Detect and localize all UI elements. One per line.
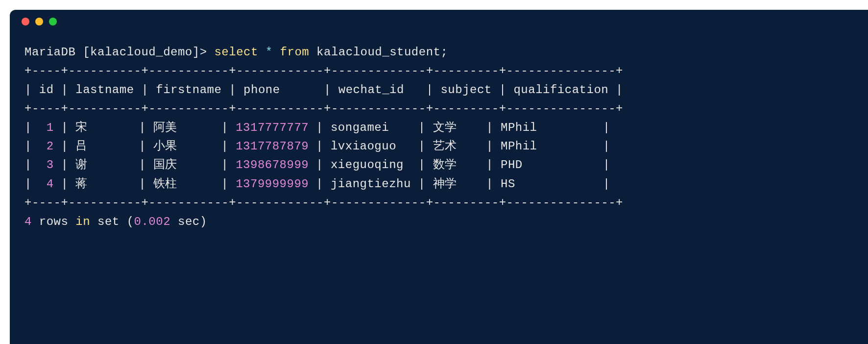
table-border-mid: +----+----------+-----------+-----------… (24, 102, 623, 115)
cell-id: 4 (47, 177, 54, 191)
cell-firstname: 小果 (153, 140, 177, 153)
terminal-content[interactable]: MariaDB [kalacloud_demo]> select * from … (10, 33, 868, 241)
cell-wechat: songamei (331, 121, 389, 134)
sql-keyword-select: select (214, 46, 258, 59)
cell-firstname: 铁柱 (153, 177, 177, 191)
cell-lastname: 谢 (75, 158, 88, 172)
cell-phone: 1379999999 (236, 177, 309, 191)
table-row: | 4 | 蒋 | 铁柱 | 1379999999 | jiangtiezhu … (24, 177, 610, 191)
table-header: | id | lastname | firstname | phone | we… (24, 83, 623, 97)
cell-id: 2 (47, 140, 54, 153)
row-count: 4 (24, 215, 32, 228)
close-icon[interactable] (22, 18, 29, 25)
terminal-window: MariaDB [kalacloud_demo]> select * from … (10, 10, 868, 344)
cell-phone: 1317787879 (236, 140, 309, 153)
cell-id: 3 (47, 158, 54, 172)
table-row: | 1 | 宋 | 阿美 | 1317777777 | songamei | 文… (24, 121, 610, 134)
footer-text: set ( (90, 215, 134, 228)
maximize-icon[interactable] (49, 18, 57, 25)
cell-qualification: PHD (501, 158, 523, 172)
cell-phone: 1398678999 (236, 158, 309, 172)
cell-firstname: 阿美 (153, 121, 177, 134)
table-border-top: +----+----------+-----------+-----------… (24, 64, 623, 77)
cell-wechat: lvxiaoguo (331, 140, 396, 153)
cell-qualification: HS (501, 177, 515, 191)
sql-keyword-from: from (280, 46, 310, 59)
table-border-bottom: +----+----------+-----------+-----------… (24, 196, 623, 209)
table-row: | 3 | 谢 | 国庆 | 1398678999 | xieguoqing |… (24, 158, 610, 172)
table-row: | 2 | 吕 | 小果 | 1317787879 | lvxiaoguo | … (24, 140, 610, 153)
cell-wechat: jiangtiezhu (331, 177, 411, 191)
cell-qualification: MPhil (501, 140, 537, 153)
cell-id: 1 (47, 121, 54, 134)
query-time: 0.002 (134, 215, 171, 228)
cell-subject: 艺术 (433, 140, 457, 153)
sql-table-name: kalacloud_student; (309, 46, 448, 59)
cell-subject: 神学 (433, 177, 457, 191)
footer-keyword-in: in (75, 215, 90, 228)
footer-text: rows (32, 215, 75, 228)
cell-subject: 数学 (433, 158, 457, 172)
footer-text: sec) (170, 215, 207, 228)
cell-lastname: 蒋 (75, 177, 88, 191)
cell-phone: 1317777777 (236, 121, 309, 134)
cell-wechat: xieguoqing (331, 158, 404, 172)
cell-qualification: MPhil (501, 121, 537, 134)
cell-firstname: 国庆 (153, 158, 177, 172)
cell-lastname: 宋 (75, 121, 88, 134)
minimize-icon[interactable] (35, 18, 43, 25)
prompt-prefix: MariaDB [kalacloud_demo]> (24, 46, 214, 59)
sql-star: * (258, 46, 280, 59)
cell-subject: 文学 (433, 121, 457, 134)
title-bar (10, 10, 868, 33)
cell-lastname: 吕 (75, 140, 88, 153)
